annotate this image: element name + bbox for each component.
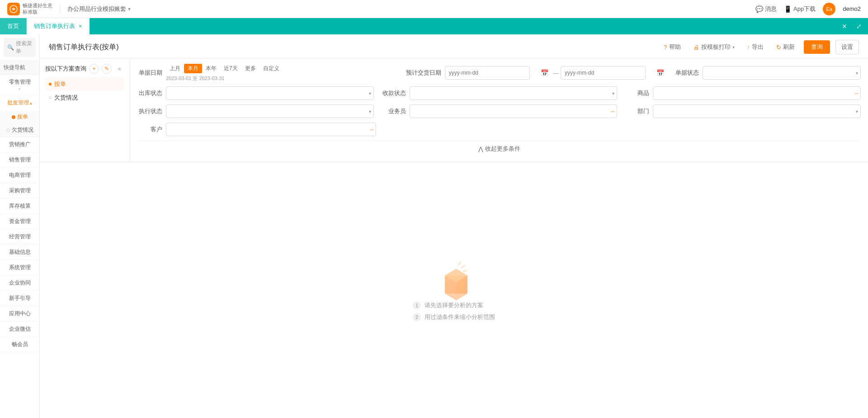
tab-maximize-button[interactable]: ⤢ (854, 21, 864, 32)
empty-state-hints: 1 请先选择要分析的方案 2 用过滤条件来缩小分析范围 (413, 301, 495, 321)
sidebar-item-system[interactable]: 系统管理 (0, 260, 39, 276)
scheme-item-debt[interactable]: 欠货情况 (45, 91, 124, 104)
filter-field-customer: 客户 ··· (137, 123, 376, 136)
refresh-button[interactable]: ↻ 刷新 (773, 41, 798, 53)
settings-button[interactable]: 设置 (835, 40, 859, 54)
date-tag-this-year[interactable]: 本年 (202, 64, 220, 73)
sidebar-item-operation[interactable]: 经营管理 (0, 229, 39, 245)
wholesale-arrow-icon: ▴ (30, 101, 32, 105)
sidebar-quick-nav[interactable]: 快捷导航 (0, 61, 39, 75)
sidebar-item-sales[interactable]: 销售管理 (0, 152, 39, 168)
sidebar-item-ecommerce[interactable]: 电商管理 (0, 168, 39, 183)
logo-area: 畅捷通好生意 标准版 (7, 3, 52, 15)
filter-scheme-panel: 按以下方案查询 + ✎ « 按单 欠货情况 (40, 58, 130, 162)
help-button[interactable]: ? 帮助 (660, 41, 684, 53)
username-label[interactable]: demo2 (843, 5, 861, 12)
messages-button[interactable]: 💬 消息 (755, 5, 777, 13)
sidebar-item-enterprise[interactable]: 企业协同 (0, 276, 39, 291)
date-tag-7days[interactable]: 近7天 (220, 64, 241, 73)
tab-close-icon[interactable]: × (79, 23, 82, 29)
collection-status-select[interactable] (410, 86, 618, 100)
order-dot-icon (12, 115, 15, 119)
date-tag-more[interactable]: 更多 (241, 64, 259, 73)
customer-input[interactable] (166, 123, 376, 136)
user-avatar[interactable]: Ea (823, 3, 835, 15)
salesperson-input[interactable] (410, 104, 618, 118)
goods-input-wrap: ··· (653, 86, 861, 100)
content-area: 销售订单执行表(按单) ? 帮助 🖨 按模板打印 ▾ ↑ 导出 ↻ 刷新 (40, 34, 868, 418)
export-button[interactable]: ↑ 导出 (744, 41, 768, 53)
print-icon: 🖨 (693, 44, 699, 51)
header-left: 畅捷通好生意 标准版 办公用品行业模拟账套 ▾ (7, 3, 131, 15)
download-icon: 📱 (784, 5, 792, 13)
expected-date-start-input[interactable] (445, 66, 530, 80)
sidebar-subitem-debt[interactable]: 欠货情况 (0, 124, 39, 137)
search-icon: 🔍 (7, 44, 14, 51)
filter-field-status: 单据状态 ▾ (674, 66, 861, 80)
sidebar-item-member[interactable]: 畅会员 (0, 337, 39, 352)
edit-scheme-button[interactable]: ✎ (102, 64, 112, 74)
scheme-item-single[interactable]: 按单 (45, 77, 124, 91)
sidebar-item-inventory[interactable]: 库存核算 (0, 199, 39, 214)
app-download-button[interactable]: 📱 App下载 (784, 5, 816, 13)
goods-input[interactable] (653, 86, 861, 100)
sidebar-item-wholesale[interactable]: 批发管理 ▴ (0, 95, 39, 110)
sidebar: 🔍 搜索菜单 快捷导航 零售管理 ▾ 批发管理 ▴ 按单 (0, 34, 40, 418)
date-separator: — (553, 70, 559, 76)
date-range-hint: 2023-03-01 至 2023-03-31 (166, 75, 399, 82)
filter-field-salesperson: 业务员 ··· (381, 104, 618, 118)
date-tag-custom[interactable]: 自定义 (259, 64, 283, 73)
svg-line-6 (462, 266, 465, 268)
calendar-end-icon: 📅 (656, 69, 664, 76)
logo-text: 畅捷通好生意 标准版 (23, 3, 52, 14)
tab-sales-order[interactable]: 销售订单执行表 × (27, 18, 90, 34)
filter-scheme-icons: + ✎ « (89, 64, 124, 74)
app-title[interactable]: 办公用品行业模拟账套 ▾ (67, 5, 131, 13)
sidebar-item-basic[interactable]: 基础信息 (0, 245, 39, 260)
filter-field-shipment: 出库状态 ▾ (137, 86, 374, 100)
execution-status-select[interactable] (166, 104, 374, 118)
sidebar-item-finance[interactable]: 资金管理 (0, 214, 39, 229)
sidebar-item-purchase[interactable]: 采购管理 (0, 183, 39, 199)
expected-date-end-input[interactable] (561, 66, 646, 80)
svg-line-5 (458, 262, 461, 265)
date-tag-this-month[interactable]: 本月 (184, 64, 202, 73)
shipment-status-select[interactable] (166, 86, 374, 100)
department-label: 部门 (624, 107, 649, 115)
collapse-more-button[interactable]: ⋀ 收起更多条件 (137, 141, 861, 157)
sidebar-subitem-order[interactable]: 按单 (0, 110, 39, 124)
page-title: 销售订单执行表(按单) (49, 43, 119, 52)
sidebar-item-retail[interactable]: 零售管理 ▾ (0, 75, 39, 95)
query-button[interactable]: 查询 (804, 40, 830, 54)
filter-row-2: 出库状态 ▾ 收款状态 (137, 86, 861, 100)
page-header-actions: ? 帮助 🖨 按模板打印 ▾ ↑ 导出 ↻ 刷新 查询 (660, 40, 859, 54)
filter-row-3: 执行状态 ▾ 业务员 ··· (137, 104, 861, 118)
tab-close-window-button[interactable]: ✕ (839, 21, 850, 32)
status-select[interactable] (703, 66, 861, 80)
sidebar-item-marketing[interactable]: 营销推广 (0, 137, 39, 152)
date-tag-last-month[interactable]: 上月 (166, 64, 184, 73)
customer-label: 客户 (137, 125, 162, 133)
expected-date-label: 预计交货日期 (406, 69, 441, 77)
print-dropdown-icon: ▾ (732, 45, 735, 50)
department-select[interactable] (653, 104, 861, 118)
template-print-button[interactable]: 🖨 按模板打印 ▾ (690, 41, 738, 53)
tab-home[interactable]: 首页 (0, 18, 27, 34)
filter-field-execution: 执行状态 ▾ (137, 104, 374, 118)
main-content-area: 1 请先选择要分析的方案 2 用过滤条件来缩小分析范围 (40, 162, 868, 418)
salesperson-label: 业务员 (381, 107, 406, 115)
scheme-dot-active-icon (49, 83, 52, 86)
add-scheme-button[interactable]: + (89, 64, 99, 74)
department-select-wrap: ▾ (653, 104, 861, 118)
sidebar-item-apps[interactable]: 应用中心 (0, 306, 39, 322)
filter-row-1: 单据日期 上月 本月 本年 近7天 更多 自定义 2023-03-01 至 20… (137, 64, 861, 82)
sidebar-item-wechat[interactable]: 企业微信 (0, 322, 39, 337)
filter-field-date: 单据日期 上月 本月 本年 近7天 更多 自定义 2023-03-01 至 20… (137, 64, 399, 82)
salesperson-input-wrap: ··· (410, 104, 618, 118)
debt-dot-icon (6, 128, 10, 132)
expected-date-range: 📅 — 📅 (445, 66, 667, 80)
sidebar-item-newbie[interactable]: 新手引导 (0, 291, 39, 306)
sidebar-search-input[interactable]: 🔍 搜索菜单 (4, 38, 36, 57)
collapse-scheme-button[interactable]: « (114, 64, 124, 74)
customer-input-wrap: ··· (166, 123, 376, 136)
